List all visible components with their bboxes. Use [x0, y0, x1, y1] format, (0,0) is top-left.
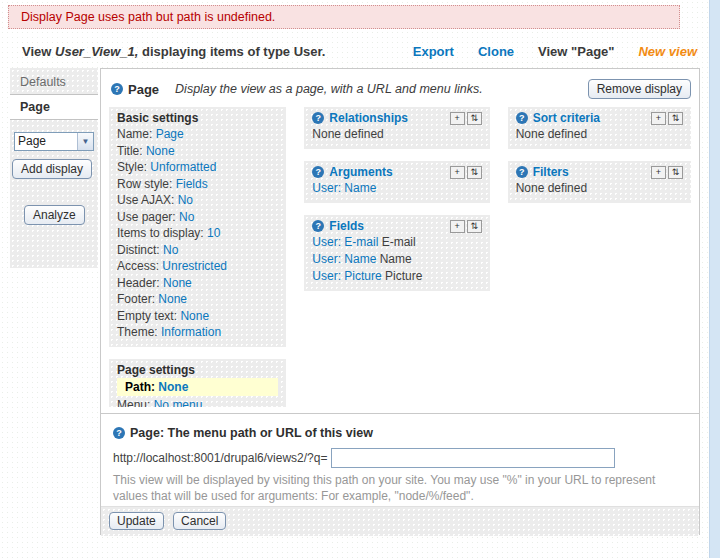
form-actions: Update Cancel — [101, 506, 699, 536]
config-form-title: Page: The menu path or URL of this view — [130, 426, 373, 440]
fields-rearrange-button[interactable]: ⇅ — [467, 220, 482, 233]
setting-menu: Menu: No menu — [117, 397, 278, 408]
field-item: User: Picture Picture — [312, 268, 481, 285]
basic-settings-title: Basic settings — [117, 111, 198, 125]
help-icon[interactable]: ? — [312, 112, 324, 124]
relationships-rearrange-button[interactable]: ⇅ — [467, 112, 482, 125]
setting-distinct-link[interactable]: No — [163, 243, 178, 257]
display-description: Display the view as a page, with a URL a… — [175, 82, 483, 96]
field-picture-link[interactable]: User: Picture — [312, 269, 381, 283]
basic-settings-panel: Basic settings Name: Page Title: None St… — [109, 107, 286, 347]
sort-criteria-rearrange-button[interactable]: ⇅ — [668, 112, 683, 125]
add-display-button[interactable]: Add display — [12, 159, 92, 179]
page-settings-panel: Page settings Path: None Menu: No menu — [109, 359, 286, 408]
export-link[interactable]: Export — [413, 44, 454, 59]
setting-path: Path: None — [117, 378, 278, 396]
setting-footer-link[interactable]: None — [158, 292, 187, 306]
setting-header-link[interactable]: None — [163, 276, 192, 290]
filters-add-button[interactable]: + — [651, 166, 666, 179]
setting-items-to-display-link[interactable]: 10 — [207, 226, 220, 240]
path-input[interactable] — [331, 448, 615, 468]
setting-style-link[interactable]: Unformatted — [150, 160, 216, 174]
setting-menu-link[interactable]: No menu — [154, 398, 203, 408]
display-type-select[interactable]: Page ▼ — [14, 132, 94, 151]
analyze-button[interactable]: Analyze — [24, 205, 85, 225]
setting-use-ajax-link[interactable]: No — [178, 193, 193, 207]
tab-page[interactable]: Page — [10, 95, 98, 120]
setting-title-link[interactable]: None — [146, 144, 175, 158]
view-title-suffix: displaying items of type User. — [138, 44, 325, 59]
setting-empty-text: Empty text: None — [117, 308, 278, 325]
remove-display-button[interactable]: Remove display — [588, 79, 691, 99]
arguments-rearrange-button[interactable]: ⇅ — [467, 166, 482, 179]
relationships-empty: None defined — [312, 126, 481, 143]
arguments-title[interactable]: Arguments — [329, 165, 392, 179]
fields-panel: ? Fields + ⇅ User: E-mail E-mail User: N… — [304, 215, 489, 291]
argument-item: User: Name — [312, 180, 481, 197]
help-icon[interactable]: ? — [312, 166, 324, 178]
setting-access: Access: Unrestricted — [117, 258, 278, 275]
argument-user-name-link[interactable]: User: Name — [312, 181, 376, 195]
view-title: View User_View_1, displaying items of ty… — [22, 44, 326, 59]
setting-use-pager-link[interactable]: No — [179, 210, 194, 224]
setting-access-link[interactable]: Unrestricted — [162, 259, 227, 273]
display-header: ? Page Display the view as a page, with … — [101, 69, 699, 101]
setting-row-style-link[interactable]: Fields — [176, 177, 208, 191]
page-settings-title: Page settings — [117, 363, 195, 377]
setting-items-to-display: Items to display: 10 — [117, 225, 278, 242]
fields-add-button[interactable]: + — [450, 220, 465, 233]
relationships-panel: ? Relationships + ⇅ None defined — [304, 107, 489, 149]
sort-criteria-add-button[interactable]: + — [651, 112, 666, 125]
filters-panel: ? Filters + ⇅ None defined — [508, 161, 691, 203]
relationships-title[interactable]: Relationships — [329, 111, 408, 125]
sort-criteria-title[interactable]: Sort criteria — [533, 111, 600, 125]
setting-use-pager: Use pager: No — [117, 209, 278, 226]
url-prefix: http://localhost:8001/drupal6/views2/?q= — [113, 451, 327, 465]
display-type-select-value: Page — [15, 133, 77, 150]
view-name: User_View_1, — [55, 44, 138, 59]
sort-criteria-panel: ? Sort criteria + ⇅ None defined — [508, 107, 691, 149]
fields-title[interactable]: Fields — [329, 219, 364, 233]
filters-rearrange-button[interactable]: ⇅ — [668, 166, 683, 179]
setting-distinct: Distinct: No — [117, 242, 278, 259]
help-icon[interactable]: ? — [516, 112, 528, 124]
setting-name-link[interactable]: Page — [156, 127, 184, 141]
field-name-link[interactable]: User: Name — [312, 252, 376, 266]
clone-link[interactable]: Clone — [478, 44, 514, 59]
config-form-header: ? Page: The menu path or URL of this vie… — [101, 414, 699, 440]
path-description: This view will be displayed by visiting … — [101, 468, 683, 504]
tab-defaults[interactable]: Defaults — [10, 70, 98, 95]
filters-title[interactable]: Filters — [533, 165, 569, 179]
column-basic: Basic settings Name: Page Title: None St… — [109, 107, 286, 401]
help-icon[interactable]: ? — [516, 166, 528, 178]
display-editor: ? Page Display the view as a page, with … — [100, 68, 700, 535]
column-middle: ? Relationships + ⇅ None defined ? Argum… — [304, 107, 489, 401]
setting-footer: Footer: None — [117, 291, 278, 308]
help-icon[interactable]: ? — [312, 220, 324, 232]
scrollbar-strip[interactable] — [709, 0, 720, 558]
new-view-link[interactable]: New view — [638, 44, 697, 59]
update-button[interactable]: Update — [109, 512, 164, 530]
setting-empty-text-link[interactable]: None — [180, 309, 209, 323]
sort-criteria-empty: None defined — [516, 126, 683, 143]
setting-theme: Theme: Information — [117, 324, 278, 341]
view-header: View User_View_1, displaying items of ty… — [8, 40, 705, 62]
header-links: Export Clone View "Page" New view — [413, 44, 697, 59]
setting-use-ajax: Use AJAX: No — [117, 192, 278, 209]
error-message: Display Page uses path but path is undef… — [8, 5, 680, 29]
arguments-add-button[interactable]: + — [450, 166, 465, 179]
setting-header: Header: None — [117, 275, 278, 292]
relationships-add-button[interactable]: + — [450, 112, 465, 125]
field-item: User: Name Name — [312, 251, 481, 268]
setting-path-link[interactable]: None — [158, 380, 188, 394]
cancel-button[interactable]: Cancel — [173, 512, 226, 530]
view-title-prefix: View — [22, 44, 55, 59]
setting-title: Title: None — [117, 143, 278, 160]
field-email-link[interactable]: User: E-mail — [312, 235, 378, 249]
help-icon[interactable]: ? — [113, 427, 125, 439]
view-page-link[interactable]: View "Page" — [538, 44, 614, 59]
column-right: ? Sort criteria + ⇅ None defined ? Filte… — [508, 107, 691, 401]
help-icon[interactable]: ? — [111, 83, 123, 95]
setting-theme-link[interactable]: Information — [161, 325, 221, 339]
display-title: Page — [128, 82, 159, 97]
